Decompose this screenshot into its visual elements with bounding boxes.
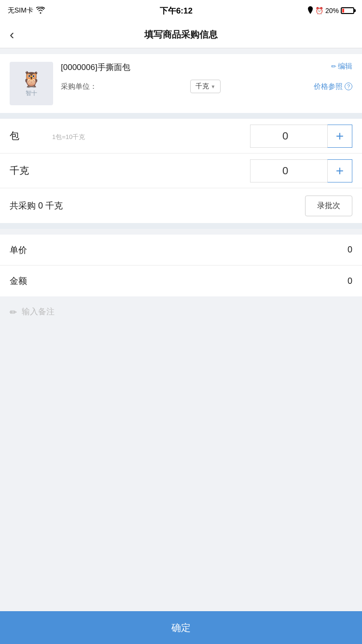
- edit-label: 编辑: [338, 62, 352, 71]
- section-divider-2: [0, 223, 362, 229]
- battery-percent: 20%: [325, 7, 339, 14]
- brand-label: 智十: [26, 89, 37, 98]
- kg-input-row: 千克 +: [0, 154, 362, 188]
- price-ref-link[interactable]: 价格参照 ?: [314, 82, 352, 91]
- brand-owl-icon: 🦉: [22, 70, 41, 88]
- edit-pencil-icon: ✏: [331, 63, 336, 70]
- carrier-text: 无SIM卡: [8, 6, 33, 15]
- kg-plus-button[interactable]: +: [327, 159, 352, 182]
- bag-label-group: 包 1包=10千克: [10, 129, 250, 142]
- notes-inner: ✏ 输入备注: [10, 306, 352, 318]
- confirm-label: 确定: [171, 621, 191, 634]
- wifi-icon: [36, 7, 45, 15]
- battery-icon: [341, 7, 354, 14]
- bag-plus-button[interactable]: +: [327, 125, 352, 148]
- bottom-padding: [0, 393, 362, 426]
- unit-price-row: 单价 0: [0, 235, 362, 266]
- confirm-bar[interactable]: 确定: [0, 611, 362, 644]
- notes-placeholder: 输入备注: [22, 306, 55, 317]
- bag-quantity-input[interactable]: [250, 125, 327, 148]
- section-divider-1: [0, 113, 362, 119]
- product-name: [0000006]手撕面包: [61, 62, 130, 73]
- kg-label-group: 千克: [10, 164, 250, 177]
- amount-row: 金额 0: [0, 266, 362, 296]
- input-section: 包 1包=10千克 + 千克 +: [0, 119, 362, 188]
- back-button[interactable]: ‹: [10, 27, 14, 42]
- amount-label: 金额: [10, 275, 27, 287]
- total-row: 共采购 0 千克 录批次: [0, 188, 362, 223]
- product-info: [0000006]手撕面包 ✏ 编辑 采购单位： 千克 ▼ 价格参照 ?: [61, 62, 352, 93]
- alarm-icon: ⏰: [315, 7, 323, 14]
- location-icon: [307, 6, 313, 15]
- edit-link[interactable]: ✏ 编辑: [331, 62, 352, 71]
- total-text: 共采购 0 千克: [10, 200, 63, 211]
- unit-price-label: 单价: [10, 244, 27, 256]
- price-info-section: 单价 0 金额 0: [0, 235, 362, 296]
- price-ref-label: 价格参照: [314, 82, 343, 91]
- kg-input-group: +: [250, 159, 352, 182]
- product-title-row: [0000006]手撕面包 ✏ 编辑: [61, 62, 352, 73]
- batch-button[interactable]: 录批次: [305, 196, 352, 216]
- help-icon: ?: [345, 83, 352, 90]
- notes-pencil-icon: ✏: [10, 307, 17, 318]
- page-title: 填写商品采购信息: [144, 28, 218, 41]
- bag-sublabel: 1包=10千克: [52, 133, 85, 141]
- product-image: 🦉 智十: [10, 62, 53, 105]
- chevron-down-icon: ▼: [211, 84, 216, 89]
- bag-input-group: +: [250, 125, 352, 148]
- unit-label: 采购单位：: [61, 82, 97, 91]
- bag-label: 包: [10, 129, 48, 142]
- purchase-unit-row: 采购单位： 千克 ▼ 价格参照 ?: [61, 80, 352, 93]
- kg-label: 千克: [10, 164, 48, 177]
- amount-value: 0: [348, 276, 352, 286]
- status-left: 无SIM卡: [8, 6, 45, 15]
- unit-value: 千克: [195, 82, 209, 91]
- bag-input-row: 包 1包=10千克 +: [0, 119, 362, 154]
- status-right: ⏰ 20%: [307, 6, 354, 15]
- notes-section[interactable]: ✏ 输入备注: [0, 296, 362, 393]
- unit-price-value: 0: [348, 245, 352, 255]
- status-bar: 无SIM卡 下午6:12 ⏰ 20%: [0, 0, 362, 21]
- unit-selector[interactable]: 千克 ▼: [190, 80, 221, 93]
- status-time: 下午6:12: [160, 5, 193, 16]
- product-card: 🦉 智十 [0000006]手撕面包 ✏ 编辑 采购单位： 千克 ▼ 价格参照 …: [0, 54, 362, 113]
- kg-quantity-input[interactable]: [250, 159, 327, 182]
- nav-bar: ‹ 填写商品采购信息: [0, 21, 362, 48]
